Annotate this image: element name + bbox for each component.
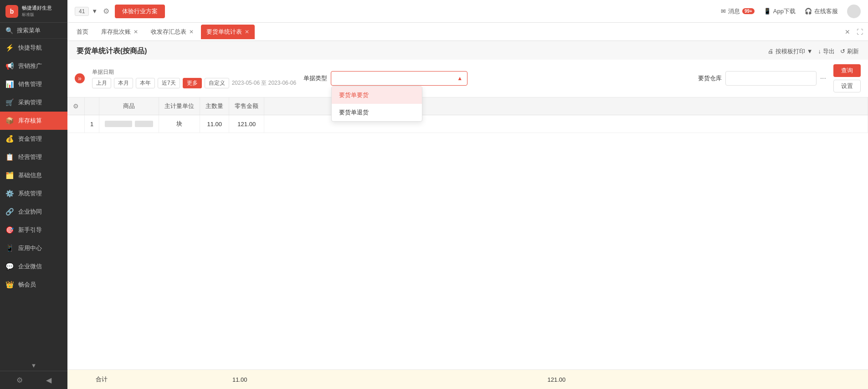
sidebar-item-label: 畅会员 xyxy=(18,281,36,289)
sidebar-settings-button[interactable]: ⚙ xyxy=(16,376,23,384)
table-row: 1 块 11.00 121.00 xyxy=(67,115,868,133)
purchase-icon: 🛒 xyxy=(5,98,14,107)
tab-inventory-batch-close[interactable]: ✕ xyxy=(134,29,138,35)
quick-nav-icon: ⚡ xyxy=(5,44,14,52)
app-download-button[interactable]: 📱 App下载 xyxy=(764,7,796,15)
tab-home[interactable]: 首页 xyxy=(71,25,94,39)
sidebar-item-system[interactable]: ⚙️ 系统管理 xyxy=(0,184,67,203)
online-service-button[interactable]: 🎧 在线客服 xyxy=(805,7,838,15)
topbar: 41 ▼ ⚙ 体验行业方案 ✉ 消息 99+ 📱 App下载 🎧 在线客服 xyxy=(67,0,868,23)
tab-inventory-batch-label: 库存批次账 xyxy=(101,28,131,36)
summary-label: 合计 xyxy=(73,375,232,384)
app-name: 畅捷通好生意 xyxy=(22,5,52,11)
tab-close-all-button[interactable]: ✕ xyxy=(843,27,852,37)
tab-request-stats-close[interactable]: ✕ xyxy=(245,29,249,35)
sidebar-collapse-button[interactable]: ◀ xyxy=(46,376,51,384)
sidebar-item-finance[interactable]: 💰 资金管理 xyxy=(0,130,67,148)
sidebar-item-purchase[interactable]: 🛒 采购管理 xyxy=(0,93,67,112)
store-number: 41 xyxy=(75,7,89,16)
filter-more-button[interactable]: ··· xyxy=(820,74,826,82)
export-button[interactable]: ↓ 导出 xyxy=(818,47,835,56)
print-button[interactable]: 🖨 按模板打印 ▼ xyxy=(768,47,813,56)
filter-type-label: 单据类型 xyxy=(303,74,327,82)
store-selector[interactable]: 41 ▼ xyxy=(75,7,98,16)
store-chevron-icon: ▼ xyxy=(92,8,98,15)
search-icon: 🔍 xyxy=(5,27,13,34)
operations-icon: 📋 xyxy=(5,153,14,161)
guide-icon: 🎯 xyxy=(5,226,14,234)
filter-date-buttons: 上月 本月 本年 近7天 更多 自定义 2023-05-06 至 2023-06… xyxy=(92,78,296,88)
sidebar-item-wechat[interactable]: 💬 企业微信 xyxy=(0,257,67,276)
sidebar-item-app-center[interactable]: 📱 应用中心 xyxy=(0,239,67,257)
sidebar-scroll-down[interactable]: ▼ xyxy=(0,360,67,371)
cell-checkbox[interactable] xyxy=(67,115,85,133)
date-btn-more[interactable]: 更多 xyxy=(183,78,202,88)
col-settings-icon[interactable]: ⚙ xyxy=(73,102,79,110)
col-quantity: 主数量 xyxy=(200,97,229,115)
page-header: 要货单统计表(按商品) 🖨 按模板打印 ▼ ↓ 导出 ↺ 刷新 xyxy=(67,41,868,60)
dropdown-item-request-return[interactable]: 要货单退货 xyxy=(332,104,422,121)
marketing-icon: 📢 xyxy=(5,62,14,70)
sidebar-item-label: 资金管理 xyxy=(18,135,42,143)
app-logo-icon: b xyxy=(5,5,18,18)
tab-receive-summary-close[interactable]: ✕ xyxy=(189,29,194,35)
tab-receive-summary-label: 收发存汇总表 xyxy=(151,28,186,36)
filter-type-dropdown[interactable]: ▲ 要货单要货 要货单退货 xyxy=(331,71,467,86)
filter-type-chevron-icon: ▲ xyxy=(457,75,462,82)
tab-expand-button[interactable]: ⛶ xyxy=(855,27,864,37)
sidebar-item-quick-nav[interactable]: ⚡ 快捷导航 xyxy=(0,39,67,57)
sidebar-item-label: 经营管理 xyxy=(18,153,42,161)
tab-controls: ✕ ⛶ xyxy=(843,27,864,37)
table-container: ⚙ 商品 主计量单位 主数量 零售金额 1 xyxy=(67,97,868,369)
sidebar-item-label: 快捷导航 xyxy=(18,44,42,52)
dropdown-item-request-order[interactable]: 要货单要货 xyxy=(332,87,422,104)
sidebar-item-operations[interactable]: 📋 经营管理 xyxy=(0,148,67,166)
date-btn-last-month[interactable]: 上月 xyxy=(92,78,111,88)
tab-request-stats[interactable]: 要货单统计表 ✕ xyxy=(201,25,255,39)
topbar-settings-icon[interactable]: ⚙ xyxy=(103,7,109,15)
sidebar-item-basic[interactable]: 🗂️ 基础信息 xyxy=(0,166,67,184)
sidebar-search[interactable]: 🔍 搜索菜单 xyxy=(0,23,67,39)
filter-expand-button[interactable]: » xyxy=(75,73,85,83)
sidebar-item-inventory[interactable]: 📦 库存核算 xyxy=(0,112,67,130)
sidebar-search-label: 搜索菜单 xyxy=(17,26,41,35)
sidebar-item-marketing[interactable]: 📢 营销推广 xyxy=(0,57,67,75)
export-label: 导出 xyxy=(823,47,835,56)
query-button[interactable]: 查询 xyxy=(833,64,861,77)
sidebar-item-enterprise[interactable]: 🔗 企业协同 xyxy=(0,203,67,221)
sidebar-item-label: 新手引导 xyxy=(18,226,42,234)
date-btn-this-month[interactable]: 本月 xyxy=(114,78,133,88)
table-footer: 合计 11.00 121.00 xyxy=(67,369,868,389)
tab-request-stats-label: 要货单统计表 xyxy=(206,28,242,36)
message-button[interactable]: ✉ 消息 99+ xyxy=(721,7,755,15)
sidebar-item-sales[interactable]: 📊 销售管理 xyxy=(0,75,67,93)
message-badge: 99+ xyxy=(742,8,755,14)
wechat-icon: 💬 xyxy=(5,262,14,271)
topbar-left: 41 ▼ ⚙ 体验行业方案 xyxy=(75,5,165,18)
sidebar: b 畅捷通好生意 标准版 🔍 搜索菜单 ⚡ 快捷导航 📢 营销推广 📊 销售管理… xyxy=(0,0,67,389)
summary-amount: 121.00 xyxy=(548,376,863,383)
tab-receive-summary[interactable]: 收发存汇总表 ✕ xyxy=(145,25,199,39)
trial-button[interactable]: 体验行业方案 xyxy=(115,5,165,18)
sidebar-item-member[interactable]: 👑 畅会员 xyxy=(0,276,67,294)
sidebar-item-guide[interactable]: 🎯 新手引导 xyxy=(0,221,67,239)
col-product: 商品 xyxy=(99,97,159,115)
system-icon: ⚙️ xyxy=(5,189,14,198)
page-actions: 🖨 按模板打印 ▼ ↓ 导出 ↺ 刷新 xyxy=(768,47,859,56)
data-table: ⚙ 商品 主计量单位 主数量 零售金额 1 xyxy=(67,97,868,133)
filter-actions: 查询 设置 xyxy=(833,64,861,92)
refresh-button[interactable]: ↺ 刷新 xyxy=(840,47,859,56)
filter-warehouse-section: 要货仓库 ··· xyxy=(698,71,826,86)
filter-type-dropdown-menu: 要货单要货 要货单退货 xyxy=(331,86,422,122)
settings-button[interactable]: 设置 xyxy=(833,80,861,92)
tab-inventory-batch[interactable]: 库存批次账 ✕ xyxy=(96,25,144,39)
message-label: 消息 xyxy=(728,7,740,15)
date-btn-custom[interactable]: 自定义 xyxy=(205,78,229,88)
content-area: » 单据日期 上月 本月 本年 近7天 更多 自定义 2023-05-06 至 … xyxy=(67,60,868,389)
filter-warehouse-input[interactable] xyxy=(725,71,817,86)
date-btn-this-year[interactable]: 本年 xyxy=(136,78,155,88)
user-avatar[interactable] xyxy=(847,5,861,18)
col-settings[interactable]: ⚙ xyxy=(67,97,85,115)
export-icon: ↓ xyxy=(818,48,822,55)
date-btn-last-7days[interactable]: 近7天 xyxy=(158,78,180,88)
